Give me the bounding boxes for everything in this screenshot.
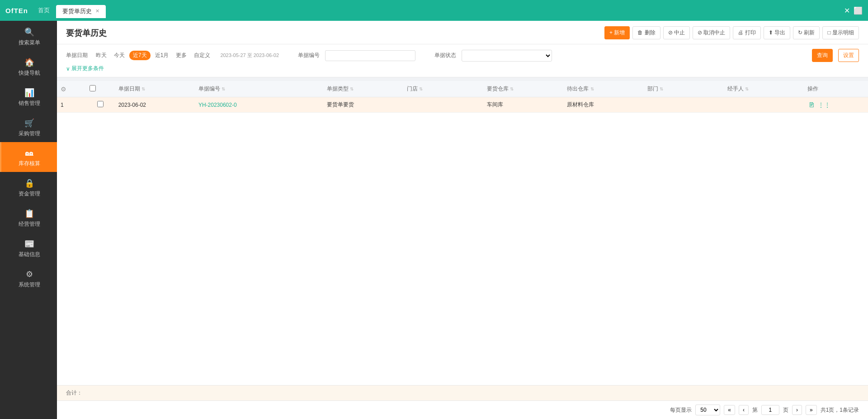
sidebar-item-purchase-mgmt[interactable]: 🛒 采购管理: [0, 112, 57, 142]
page-title: 要货单历史: [66, 28, 107, 38]
status-select[interactable]: [462, 50, 552, 62]
tab-home[interactable]: 首页: [32, 4, 56, 17]
filter-row: 单据日期 昨天 今天 近7天 近1月 更多 自定义 2023-05-27 至 2…: [66, 49, 859, 62]
date-filter-btns: 昨天 今天 近7天 近1月 更多 自定义: [93, 51, 213, 60]
purchase-mgmt-icon: 🛒: [24, 118, 34, 128]
th-billno[interactable]: 单据编号 ⇅: [195, 81, 323, 97]
row-reqwh: 车间库: [483, 97, 563, 113]
sum-label: 合计：: [66, 389, 82, 397]
th-type[interactable]: 单据类型 ⇅: [323, 81, 403, 97]
inventory-icon: 🏘: [25, 148, 33, 158]
page-input[interactable]: [761, 405, 779, 415]
sidebar-item-sales-mgmt[interactable]: 📊 销售管理: [0, 81, 57, 112]
tab-bar: 首页 要货单历史 ✕: [32, 3, 844, 18]
th-reqwh[interactable]: 要货仓库 ⇅: [483, 81, 563, 97]
per-page-label: 每页显示: [670, 406, 692, 414]
footer-sum: 合计：: [57, 385, 868, 400]
table-header-row: ⚙ 单据日期 ⇅ 单据编号 ⇅: [57, 81, 868, 97]
date-btn-yesterday[interactable]: 昨天: [93, 51, 109, 60]
date-btn-7days[interactable]: 近7天: [129, 51, 151, 60]
th-towh[interactable]: 待出仓库 ⇅: [563, 81, 643, 97]
page-last-btn[interactable]: »: [806, 405, 817, 415]
sidebar-item-ops-mgmt[interactable]: 📋 经营管理: [0, 202, 57, 233]
new-button[interactable]: + 新增: [604, 26, 630, 39]
settings-button[interactable]: 设置: [838, 49, 859, 62]
sales-mgmt-icon: 📊: [24, 88, 34, 98]
query-button[interactable]: 查询: [812, 49, 833, 62]
date-label: 单据日期: [66, 52, 88, 59]
row-num: 1: [57, 97, 86, 113]
sort-type-icon: ⇅: [350, 86, 354, 91]
export-button[interactable]: ⬆ 导出: [764, 26, 790, 39]
search-menu-icon: 🔍: [24, 27, 34, 37]
th-dept[interactable]: 部门 ⇅: [644, 81, 724, 97]
tab-close-icon[interactable]: ✕: [95, 8, 99, 14]
cancel-stop-button[interactable]: ⊘ 取消中止: [693, 26, 730, 39]
sort-towh-icon: ⇅: [590, 86, 594, 91]
sidebar: 🔍 搜索菜单 🏠 快捷导航 📊 销售管理 🛒 采购管理 🏘 库存核算 🔒: [0, 21, 57, 419]
sort-reqwh-icon: ⇅: [510, 86, 514, 91]
content-area: 要货单历史 + 新增 🗑 删除 ⊘ 中止 ⊘ 取消中止 🖨 打印 ⬆ 导出 ↻ …: [57, 21, 868, 419]
base-info-icon: 📰: [24, 239, 34, 249]
show-detail-button[interactable]: □ 显示明细: [822, 26, 859, 39]
date-btn-1month[interactable]: 近1月: [152, 51, 172, 60]
page-header: 要货单历史 + 新增 🗑 删除 ⊘ 中止 ⊘ 取消中止 🖨 打印 ⬆ 导出 ↻ …: [57, 21, 868, 44]
pagination-bar: 每页显示 50 20 100 « ‹ 第 页 › » 共1页，1条记录: [57, 400, 868, 419]
sidebar-item-quick-nav[interactable]: 🏠 快捷导航: [0, 51, 57, 81]
total-info: 共1页，1条记录: [821, 406, 859, 414]
top-bar-right: ✕ ⬜: [844, 6, 863, 15]
th-op: 操作: [804, 81, 868, 97]
sort-handler-icon: ⇅: [745, 86, 749, 91]
row-check[interactable]: [86, 97, 115, 113]
row-type: 要货单要货: [323, 97, 403, 113]
row-date: 2023-06-02: [115, 97, 195, 113]
bill-no-input[interactable]: [325, 50, 415, 61]
th-date[interactable]: 单据日期 ⇅: [115, 81, 195, 97]
th-handler[interactable]: 经手人 ⇅: [724, 81, 804, 97]
app-container: OfTEn 首页 要货单历史 ✕ ✕ ⬜ 🔍 搜索菜单 🏠 快捷导航: [0, 0, 868, 419]
row-store: [403, 97, 483, 113]
sidebar-item-sys-mgmt[interactable]: ⚙ 系统管理: [0, 263, 57, 293]
expand-more[interactable]: ∨ 展开更多条件: [66, 65, 859, 72]
select-all-checkbox[interactable]: [90, 85, 96, 91]
print-button[interactable]: 🖨 打印: [733, 26, 760, 39]
sort-date-icon: ⇅: [142, 86, 145, 91]
th-store[interactable]: 门店 ⇅: [403, 81, 483, 97]
expand-chevron-icon: ∨: [66, 66, 70, 72]
filter-area: 单据日期 昨天 今天 近7天 近1月 更多 自定义 2023-05-27 至 2…: [57, 44, 868, 77]
sort-dept-icon: ⇅: [660, 86, 663, 91]
date-btn-more[interactable]: 更多: [173, 51, 189, 60]
table-settings-icon[interactable]: ⚙: [61, 86, 66, 93]
date-range: 2023-05-27 至 2023-06-02: [220, 52, 279, 59]
toolbar: + 新增 🗑 删除 ⊘ 中止 ⊘ 取消中止 🖨 打印 ⬆ 导出 ↻ 刷新 □ 显…: [604, 26, 859, 39]
delete-button[interactable]: 🗑 删除: [632, 26, 660, 39]
stop-button[interactable]: ⊘ 中止: [663, 26, 690, 39]
window-maximize-icon[interactable]: ⬜: [854, 6, 863, 15]
sort-billno-icon: ⇅: [222, 86, 225, 91]
window-close-icon[interactable]: ✕: [844, 6, 850, 15]
page-prev-btn[interactable]: ‹: [739, 405, 749, 415]
th-settings[interactable]: ⚙: [57, 81, 86, 97]
row-view-icon[interactable]: 🖹: [808, 101, 815, 109]
date-btn-custom[interactable]: 自定义: [191, 51, 213, 60]
page-label: 第: [752, 406, 758, 414]
page-next-btn[interactable]: ›: [792, 405, 802, 415]
status-label: 单据状态: [434, 52, 456, 59]
page-title-row: 要货单历史 + 新增 🗑 删除 ⊘ 中止 ⊘ 取消中止 🖨 打印 ⬆ 导出 ↻ …: [66, 26, 859, 44]
sidebar-item-inventory[interactable]: 🏘 库存核算: [0, 142, 57, 172]
sidebar-item-base-info[interactable]: 📰 基础信息: [0, 233, 57, 263]
row-handler: [724, 97, 804, 113]
brand-logo: OfTEn: [5, 7, 28, 14]
page-end-label: 页: [783, 406, 788, 414]
bill-link[interactable]: YH-20230602-0: [198, 102, 237, 108]
row-more-icon[interactable]: ⋮⋮: [818, 101, 830, 109]
refresh-button[interactable]: ↻ 刷新: [793, 26, 820, 39]
table-container: ⚙ 单据日期 ⇅ 单据编号 ⇅: [57, 81, 868, 385]
date-btn-today[interactable]: 今天: [111, 51, 127, 60]
tab-bill-history[interactable]: 要货单历史 ✕: [56, 5, 106, 18]
page-first-btn[interactable]: «: [724, 405, 735, 415]
sidebar-item-search-menu[interactable]: 🔍 搜索菜单: [0, 21, 57, 51]
per-page-select[interactable]: 50 20 100: [695, 405, 720, 415]
row-op: 🖹 ⋮⋮: [804, 97, 868, 113]
sidebar-item-finance[interactable]: 🔒 资金管理: [0, 172, 57, 202]
